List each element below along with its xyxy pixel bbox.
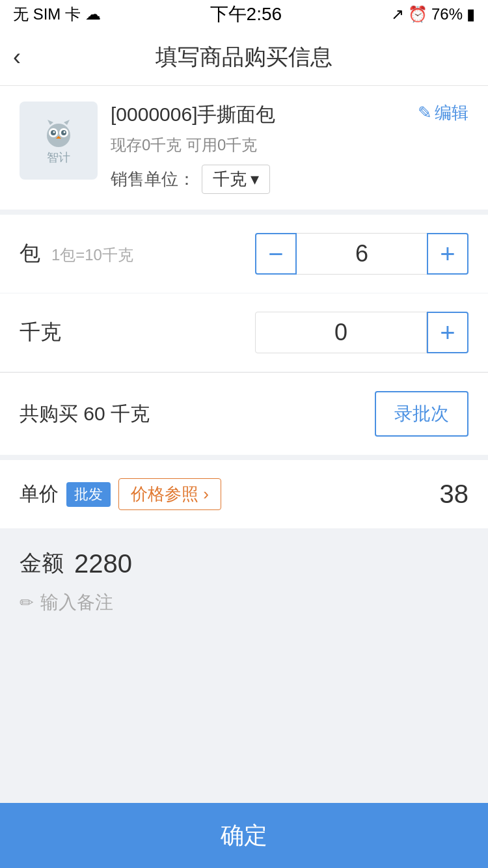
spacer bbox=[0, 615, 488, 693]
page-title: 填写商品购买信息 bbox=[156, 42, 332, 72]
total-text: 共购买 60 千克 bbox=[20, 401, 150, 427]
remark-icon: ✏ bbox=[20, 593, 34, 613]
sim-status: 无 SIM 卡 ☁ bbox=[13, 4, 101, 25]
price-section: 单价 批发 价格参照 › 38 bbox=[0, 460, 488, 529]
status-left: 无 SIM 卡 ☁ bbox=[13, 4, 101, 25]
back-button[interactable]: ‹ bbox=[13, 44, 21, 71]
product-card: 智计 [0000006]手撕面包 ✎ 编辑 现存0千克 可用0千克 销售单位： … bbox=[0, 86, 488, 215]
bao-label: 包 1包=10千克 bbox=[20, 239, 255, 268]
battery-icon: ▮ bbox=[467, 5, 475, 23]
price-tag: 批发 bbox=[66, 482, 111, 507]
bao-hint: 1包=10千克 bbox=[51, 246, 133, 264]
logo-text: 智计 bbox=[47, 150, 70, 165]
product-thumbnail: 智计 bbox=[20, 102, 98, 180]
total-unit: 千克 bbox=[111, 403, 150, 424]
bao-minus-button[interactable]: − bbox=[255, 233, 297, 275]
amount-label: 金额 bbox=[20, 549, 64, 578]
kg-qty-input[interactable] bbox=[255, 312, 427, 353]
product-info: [0000006]手撕面包 ✎ 编辑 现存0千克 可用0千克 销售单位： 千克 … bbox=[111, 102, 468, 194]
alarm-icon: ⏰ bbox=[408, 5, 427, 23]
bao-plus-button[interactable]: + bbox=[427, 233, 468, 275]
unit-label: 销售单位： bbox=[111, 168, 195, 191]
bao-text: 包 bbox=[20, 241, 40, 265]
amount-section: 金额 2280 ✏ 输入备注 bbox=[0, 529, 488, 615]
product-stock: 现存0千克 可用0千克 bbox=[111, 135, 468, 156]
svg-marker-9 bbox=[64, 120, 70, 125]
edit-button[interactable]: ✎ 编辑 bbox=[418, 102, 468, 124]
status-right: ↗ ⏰ 76% ▮ bbox=[391, 5, 475, 23]
total-qty-value: 60 bbox=[83, 403, 105, 424]
unit-value: 千克 bbox=[213, 168, 247, 191]
price-label: 单价 bbox=[20, 481, 59, 508]
location-icon: ↗ bbox=[391, 5, 404, 23]
status-time: 下午2:56 bbox=[210, 2, 282, 27]
price-value: 38 bbox=[440, 480, 469, 509]
edit-label: 编辑 bbox=[435, 102, 468, 124]
bao-qty-control: − + bbox=[255, 233, 468, 275]
svg-point-5 bbox=[53, 131, 55, 133]
total-qty-space bbox=[105, 403, 111, 424]
price-ref-button[interactable]: 价格参照 › bbox=[118, 478, 221, 510]
kg-plus-button[interactable]: + bbox=[427, 312, 468, 353]
amount-value: 2280 bbox=[74, 549, 132, 578]
remark-placeholder: 输入备注 bbox=[40, 590, 113, 615]
kg-qty-control: + bbox=[255, 312, 468, 353]
svg-point-6 bbox=[64, 131, 66, 133]
bao-qty-row: 包 1包=10千克 − + bbox=[0, 215, 488, 293]
record-batch-button[interactable]: 录批次 bbox=[375, 391, 468, 437]
confirm-label: 确定 bbox=[221, 820, 267, 852]
total-row: 共购买 60 千克 录批次 bbox=[0, 373, 488, 460]
edit-icon: ✎ bbox=[418, 103, 432, 123]
battery-text: 76% bbox=[431, 5, 463, 23]
kg-label: 千克 bbox=[20, 318, 255, 347]
product-logo: 智计 bbox=[39, 116, 78, 165]
qty-section: 包 1包=10千克 − + 千克 + bbox=[0, 215, 488, 373]
nav-bar: ‹ 填写商品购买信息 bbox=[0, 29, 488, 86]
confirm-button[interactable]: 确定 bbox=[0, 803, 488, 868]
bao-qty-input[interactable] bbox=[297, 233, 427, 275]
status-bar: 无 SIM 卡 ☁ 下午2:56 ↗ ⏰ 76% ▮ bbox=[0, 0, 488, 29]
svg-marker-8 bbox=[47, 120, 53, 125]
remark-row[interactable]: ✏ 输入备注 bbox=[20, 590, 468, 615]
product-name: [0000006]手撕面包 bbox=[111, 102, 418, 128]
total-prefix: 共购买 bbox=[20, 403, 78, 424]
amount-row: 金额 2280 bbox=[20, 549, 468, 578]
unit-select[interactable]: 千克 ▾ bbox=[202, 165, 270, 194]
product-unit-row: 销售单位： 千克 ▾ bbox=[111, 165, 468, 194]
kg-qty-row: 千克 + bbox=[0, 293, 488, 372]
dropdown-icon: ▾ bbox=[251, 169, 259, 189]
product-name-row: [0000006]手撕面包 ✎ 编辑 bbox=[111, 102, 468, 128]
